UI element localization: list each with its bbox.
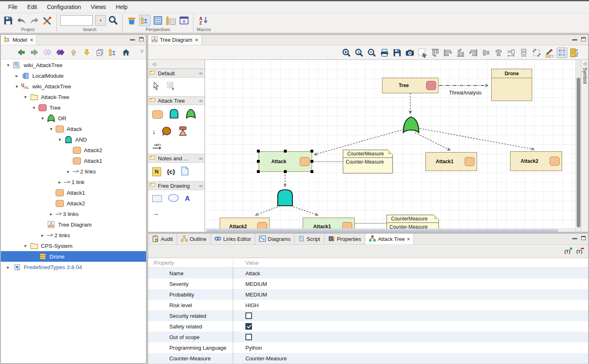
tree-item-or[interactable]: ▾OR bbox=[1, 113, 146, 124]
attack-node-badge-icon[interactable] bbox=[342, 222, 352, 229]
tree-item-tree-diagram[interactable]: Tree Diagram bbox=[1, 219, 146, 230]
vertical-scrollbar[interactable] bbox=[576, 60, 581, 232]
selection-handle[interactable] bbox=[310, 150, 313, 153]
center-horizontal-icon[interactable] bbox=[493, 47, 504, 58]
sort-az-macro-icon[interactable]: AZ bbox=[198, 15, 209, 26]
selection-handle[interactable] bbox=[310, 170, 313, 173]
countermeasure-note-2[interactable]: CounterMeasure Counter-Measure bbox=[387, 215, 439, 229]
tree-item-localmodule[interactable]: ▸LocalModule bbox=[1, 70, 146, 81]
selection-handle[interactable] bbox=[310, 160, 313, 163]
forward-icon[interactable] bbox=[29, 47, 39, 57]
tab-diagrams[interactable]: Diagrams bbox=[255, 234, 295, 245]
table-row[interactable]: Security related bbox=[148, 310, 588, 321]
expander-icon[interactable]: ▾ bbox=[47, 126, 55, 132]
tab-outline[interactable]: Outline bbox=[177, 234, 211, 245]
table-row[interactable]: Severity MEDIUM bbox=[148, 279, 588, 289]
note-tool[interactable]: N bbox=[152, 167, 161, 176]
expander-icon[interactable]: ▾ bbox=[4, 63, 12, 68]
tab-model[interactable]: Model × bbox=[1, 35, 37, 45]
expander-icon[interactable]: ▾ bbox=[30, 105, 38, 110]
window-perspective-icon[interactable] bbox=[178, 15, 190, 26]
redo-icon[interactable] bbox=[29, 15, 40, 26]
maximize-icon[interactable] bbox=[581, 236, 586, 240]
menu-views[interactable]: Views bbox=[86, 1, 111, 13]
minimize-icon[interactable] bbox=[572, 36, 577, 40]
or-gate-node[interactable] bbox=[402, 115, 420, 134]
node-attack2-top[interactable]: Attack2 bbox=[510, 151, 562, 171]
capture-selection-icon[interactable] bbox=[417, 47, 428, 58]
tree-item-attack2[interactable]: Attack2 bbox=[1, 145, 146, 155]
align-bottom-icon[interactable] bbox=[455, 47, 466, 58]
screenshot-icon[interactable] bbox=[405, 47, 415, 58]
attack-node-badge-icon[interactable] bbox=[257, 222, 267, 229]
expander-icon[interactable]: ▾ bbox=[13, 84, 21, 89]
comment-tool[interactable] bbox=[181, 166, 189, 177]
close-icon[interactable]: × bbox=[30, 37, 33, 43]
settings-tools-icon[interactable] bbox=[42, 15, 53, 26]
symbol-library-icon[interactable] bbox=[569, 47, 580, 58]
root-attack-tool[interactable] bbox=[178, 126, 188, 138]
zoom-reset-icon[interactable]: 1 bbox=[354, 47, 364, 58]
format-paint-icon[interactable] bbox=[544, 47, 555, 58]
selection-handle[interactable] bbox=[257, 150, 260, 153]
move-down-icon[interactable] bbox=[82, 47, 92, 57]
expander-icon[interactable]: ▾ bbox=[21, 94, 29, 100]
selection-handle[interactable] bbox=[257, 160, 260, 163]
diagram-canvas[interactable]: Tree Drone ThreatAnalysis Attack Co bbox=[205, 60, 576, 229]
model-perspective-icon[interactable] bbox=[139, 15, 151, 26]
table-row[interactable]: Risk level HIGH bbox=[148, 300, 588, 310]
tree-item-attack1-or[interactable]: Attack1 bbox=[1, 187, 146, 198]
add-tag-icon[interactable]: {T} bbox=[564, 249, 571, 254]
previous-diamond-icon[interactable] bbox=[43, 47, 52, 57]
attack-node-badge-icon[interactable] bbox=[300, 157, 310, 166]
collapse-all-icon[interactable] bbox=[95, 47, 105, 57]
expand-symbol-icon[interactable]: ◁ bbox=[583, 61, 587, 66]
constraint-tool[interactable]: {c} bbox=[167, 168, 175, 175]
expander-icon[interactable]: ▸ bbox=[13, 73, 21, 79]
attack-node-badge-icon[interactable] bbox=[550, 157, 560, 166]
tree-item-attack-tree-folder[interactable]: ▾Attack-Tree bbox=[1, 92, 146, 102]
column-header-value[interactable]: Value bbox=[233, 258, 588, 267]
tree-item-attack2-or[interactable]: Attack2 bbox=[1, 198, 146, 209]
or-gate-tool[interactable] bbox=[185, 108, 196, 120]
expander-icon[interactable]: ▸ bbox=[56, 180, 64, 185]
tree-node-badge-icon[interactable] bbox=[426, 81, 436, 90]
tree-item-and[interactable]: ▾AND bbox=[1, 134, 146, 145]
search-input[interactable] bbox=[60, 15, 93, 26]
expander-icon[interactable]: ▾ bbox=[21, 243, 29, 249]
countermeasure-note-1[interactable]: CounterMeasure Counter-Measure bbox=[343, 150, 393, 173]
same-height-icon[interactable] bbox=[519, 47, 529, 58]
out-of-scope-checkbox[interactable] bbox=[245, 334, 252, 340]
and-gate-tool[interactable] bbox=[169, 108, 180, 120]
marquee-tool-icon[interactable] bbox=[166, 81, 176, 92]
tab-tree-diagram[interactable]: Tree Diagram × bbox=[148, 35, 202, 45]
save-diagram-icon[interactable] bbox=[392, 47, 402, 58]
tab-links-editor[interactable]: Links Editor bbox=[211, 234, 255, 245]
column-header-property[interactable]: Property bbox=[148, 260, 233, 266]
node-attack1-bottom[interactable]: Attack1 bbox=[303, 218, 355, 229]
attack-node-badge-icon[interactable] bbox=[465, 157, 474, 166]
palette-section-attack-tree[interactable]: Attack Tree ≪ bbox=[148, 96, 205, 105]
palette-collapse-icon[interactable]: ◁ bbox=[148, 60, 205, 69]
close-icon[interactable]: × bbox=[407, 236, 410, 242]
table-row[interactable]: Out of scope bbox=[148, 332, 588, 342]
paint-bucket-icon[interactable] bbox=[126, 15, 137, 26]
selection-handle[interactable] bbox=[284, 150, 287, 153]
selection-handle[interactable] bbox=[284, 170, 287, 173]
tree-item-3-links[interactable]: ▸--->3 links bbox=[1, 209, 146, 219]
maximize-icon[interactable] bbox=[139, 37, 144, 41]
palette-section-default[interactable]: Default ≪ bbox=[148, 69, 205, 78]
tree-table-perspective-icon[interactable] bbox=[165, 15, 177, 26]
node-attack[interactable]: Attack bbox=[259, 151, 312, 172]
tree-item-cps-system[interactable]: ▾CPS-System bbox=[1, 240, 146, 251]
tree-item-2-links[interactable]: ▸--->2 links bbox=[1, 166, 146, 177]
cursor-tool-icon[interactable] bbox=[152, 81, 160, 92]
tree-item-wiki-attacktree-root[interactable]: ▾wiki_AttackTree bbox=[1, 60, 146, 70]
node-attack2-bottom[interactable]: Attack2 bbox=[220, 218, 270, 229]
table-row[interactable]: Programming Language Python bbox=[148, 342, 588, 353]
section-collapse-icon[interactable]: ≪ bbox=[199, 99, 203, 103]
align-top-icon[interactable] bbox=[430, 47, 441, 58]
tab-script[interactable]: Script bbox=[294, 234, 324, 245]
expander-icon[interactable]: ▸ bbox=[38, 233, 47, 238]
tree-item-attack1[interactable]: Attack1 bbox=[1, 155, 146, 166]
